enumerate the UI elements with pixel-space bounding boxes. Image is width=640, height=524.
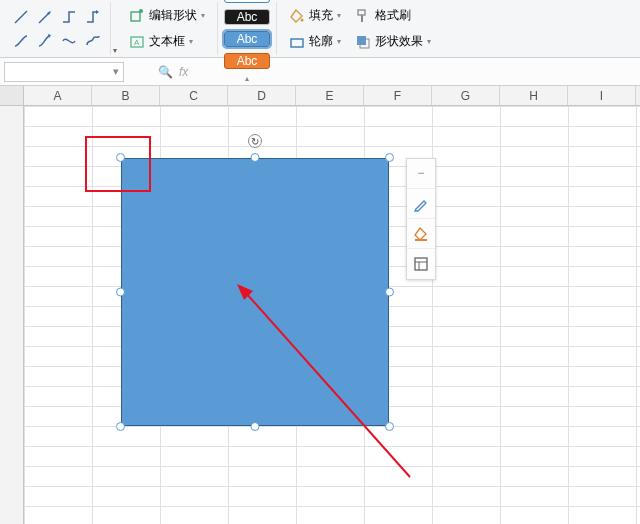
col-header[interactable]: A: [24, 86, 92, 105]
col-header[interactable]: H: [500, 86, 568, 105]
col-label: G: [461, 89, 470, 103]
col-label: A: [53, 89, 61, 103]
connectors-group: [4, 2, 111, 55]
col-header[interactable]: G: [432, 86, 500, 105]
outline-icon: [289, 34, 305, 50]
shape-mini-toolbar: −: [406, 158, 436, 280]
svg-rect-15: [415, 239, 427, 241]
shape-effects-icon: [355, 34, 371, 50]
mini-pen-button[interactable]: [407, 189, 435, 219]
svg-point-6: [139, 9, 143, 13]
shape-style-gallery: Abc Abc Abc Abc Abc ▴▾: [218, 2, 277, 55]
col-header[interactable]: E: [296, 86, 364, 105]
formula-input[interactable]: [192, 62, 640, 82]
outline-button[interactable]: 轮廓▾: [283, 30, 347, 54]
dropdown-icon: ▾: [201, 11, 205, 20]
svg-point-9: [301, 18, 304, 21]
style-label: Abc: [237, 10, 258, 24]
select-all-corner[interactable]: [0, 86, 24, 105]
connector-curve-icon[interactable]: [10, 30, 32, 52]
ribbon: ▾ 编辑形状 ▾ A 文本框 ▾ Abc Abc Abc Abc Abc ▴▾: [0, 0, 640, 58]
mini-layout-button[interactable]: [407, 249, 435, 279]
format-painter-button[interactable]: 格式刷: [349, 4, 417, 28]
edit-shape-icon: [129, 8, 145, 24]
connector-double-curve-icon[interactable]: [58, 30, 80, 52]
col-header[interactable]: F: [364, 86, 432, 105]
resize-handle-ne[interactable]: [385, 153, 394, 162]
svg-marker-3: [96, 10, 99, 14]
edit-shape-label: 编辑形状: [149, 7, 197, 24]
col-label: E: [325, 89, 333, 103]
textbox-icon: A: [129, 34, 145, 50]
fx-icons: 🔍 fx: [158, 65, 188, 79]
fx-symbol[interactable]: fx: [179, 65, 188, 79]
dropdown-icon: ▾: [189, 37, 193, 46]
fill-icon: [289, 8, 305, 24]
resize-handle-n[interactable]: [251, 153, 260, 162]
edit-group: 编辑形状 ▾ A 文本框 ▾: [117, 2, 218, 55]
resize-handle-s[interactable]: [251, 422, 260, 431]
svg-rect-10: [358, 10, 365, 15]
column-header-row: A B C D E F G H I: [0, 86, 640, 106]
outline-label: 轮廓: [309, 33, 333, 50]
shape-effects-label: 形状效果: [375, 33, 423, 50]
format-group: 填充▾ 格式刷 轮廓▾ 形状效果▾: [277, 2, 443, 55]
col-header[interactable]: B: [92, 86, 160, 105]
format-painter-icon: [355, 8, 371, 24]
fx-search-icon[interactable]: 🔍: [158, 65, 173, 79]
svg-rect-12: [291, 39, 303, 47]
resize-handle-se[interactable]: [385, 422, 394, 431]
format-painter-label: 格式刷: [375, 7, 411, 24]
resize-handle-sw[interactable]: [116, 422, 125, 431]
svg-line-0: [15, 11, 27, 23]
style-label: Abc: [237, 32, 258, 46]
style-label: Abc: [237, 0, 258, 2]
selected-shape[interactable]: ↻: [115, 152, 395, 432]
rotate-handle-icon[interactable]: ↻: [248, 134, 262, 148]
textbox-button[interactable]: A 文本框 ▾: [123, 30, 211, 54]
sheet-grid[interactable]: ↻ −: [0, 106, 640, 524]
col-label: H: [529, 89, 538, 103]
shape-style-4[interactable]: Abc: [224, 31, 270, 47]
connector-line-icon[interactable]: [10, 6, 32, 28]
resize-handle-e[interactable]: [385, 288, 394, 297]
textbox-label: 文本框: [149, 33, 185, 50]
shape-effects-button[interactable]: 形状效果▾: [349, 30, 437, 54]
connector-curve-arrow-icon[interactable]: [34, 30, 56, 52]
col-header[interactable]: D: [228, 86, 296, 105]
pen-icon: [413, 196, 429, 212]
bucket-icon: [413, 226, 429, 242]
fill-button[interactable]: 填充▾: [283, 4, 347, 28]
svg-text:A: A: [134, 38, 140, 47]
resize-handle-nw[interactable]: [116, 153, 125, 162]
col-label: C: [189, 89, 198, 103]
namebox-dropdown-icon: ▾: [113, 65, 119, 78]
shape-style-2[interactable]: Abc: [224, 0, 270, 3]
mini-collapse-button[interactable]: −: [407, 159, 435, 189]
svg-rect-5: [131, 12, 140, 21]
shape-style-3[interactable]: Abc: [224, 9, 270, 25]
shape-rectangle[interactable]: [121, 158, 389, 426]
mini-fill-button[interactable]: [407, 219, 435, 249]
connector-freeform-icon[interactable]: [82, 30, 104, 52]
formula-bar: ▾ 🔍 fx: [0, 58, 640, 86]
col-label: I: [600, 89, 603, 103]
svg-rect-16: [415, 258, 427, 270]
col-header[interactable]: C: [160, 86, 228, 105]
fill-label: 填充: [309, 7, 333, 24]
col-label: D: [257, 89, 266, 103]
row-headers[interactable]: [0, 106, 24, 524]
svg-rect-13: [357, 36, 366, 45]
resize-handle-w[interactable]: [116, 288, 125, 297]
connectors-gallery: [10, 6, 104, 52]
connector-elbow-arrow-icon[interactable]: [82, 6, 104, 28]
minus-icon: −: [413, 166, 429, 182]
name-box[interactable]: ▾: [4, 62, 124, 82]
svg-rect-11: [361, 15, 363, 22]
connector-elbow-icon[interactable]: [58, 6, 80, 28]
layout-icon: [413, 256, 429, 272]
col-header[interactable]: I: [568, 86, 636, 105]
connector-arrow-icon[interactable]: [34, 6, 56, 28]
col-label: F: [394, 89, 401, 103]
edit-shape-button[interactable]: 编辑形状 ▾: [123, 4, 211, 28]
